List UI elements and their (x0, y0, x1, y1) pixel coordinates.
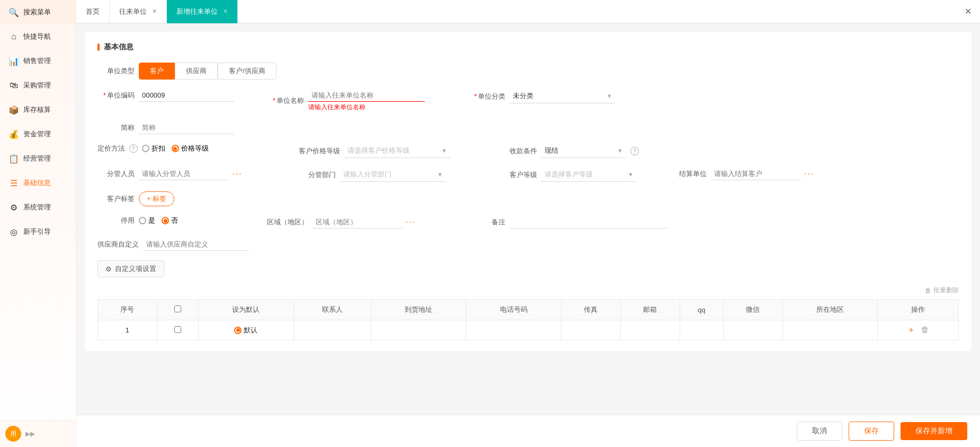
tab-partners-close[interactable]: ✕ (152, 8, 157, 15)
abbreviation-row: 简称 (97, 121, 959, 134)
unit-category-value: 未分类 (513, 91, 533, 101)
customer-price-select[interactable]: 请选择客户价格等级 ▼ (344, 144, 450, 158)
td-checkbox (157, 320, 198, 340)
manager-input[interactable] (139, 168, 229, 180)
disabled-yes-radio[interactable]: 是 (139, 216, 155, 225)
tab-home[interactable]: 首页 (76, 0, 110, 23)
payment-help-icon[interactable]: ? (630, 147, 639, 155)
type-btn-supplier[interactable]: 供应商 (175, 63, 218, 80)
level-label: 价格等级 (181, 144, 209, 153)
sidebar-item-sales[interactable]: 📊 销售管理 (0, 49, 76, 73)
price-level-chevron-icon: ▼ (441, 147, 447, 154)
sidebar-item-quick-nav[interactable]: ⌂ 快捷导航 (0, 24, 76, 49)
pricing-group: 定价方法 ? 折扣 价格等级 (97, 144, 299, 153)
disabled-yes-circle (139, 217, 146, 224)
disabled-no-radio[interactable]: 否 (162, 216, 178, 225)
disabled-no-circle (162, 217, 169, 224)
custom-settings-label: 自定义项设置 (115, 264, 156, 274)
td-phone (466, 320, 562, 340)
unit-code-input[interactable] (139, 89, 234, 102)
abbreviation-input[interactable] (139, 121, 234, 134)
abbreviation-label: 简称 (97, 123, 135, 133)
payment-terms-select[interactable]: 现结 ▼ (541, 144, 626, 158)
save-button[interactable]: 保存 (849, 422, 894, 441)
form-footer: 取消 保存 保存并新增 (76, 415, 980, 447)
unit-type-buttons: 客户 供应商 客户/供应商 (139, 63, 277, 80)
region-input[interactable] (313, 216, 403, 229)
manager-dots-button[interactable]: ··· (232, 169, 242, 179)
remark-input[interactable] (510, 216, 669, 229)
sidebar-expand-icon: ▶▶ (25, 430, 35, 437)
region-input-group: ··· (313, 216, 416, 229)
td-action: ＋ 🗑 (878, 320, 959, 340)
delete-row-button[interactable]: 🗑 (921, 325, 929, 334)
manager-input-group: ··· (139, 168, 242, 180)
customer-tag-row: 客户标签 + 标签 (97, 191, 959, 206)
unit-name-group: *单位名称 请输入往来单位名称 (267, 89, 468, 112)
unit-category-select[interactable]: 未分类 ▼ (510, 89, 616, 103)
sidebar-label-guide: 新手引导 (23, 227, 51, 236)
tab-new-partner[interactable]: 新增往来单位 ✕ (167, 0, 238, 23)
supplier-custom-input[interactable] (143, 238, 249, 251)
region-dots-button[interactable]: ··· (406, 217, 416, 227)
add-tag-button[interactable]: + 标签 (139, 191, 174, 206)
tab-new-partner-close[interactable]: ✕ (223, 8, 228, 15)
pricing-level-radio[interactable]: 价格等级 (172, 144, 209, 153)
customer-level-label: 客户等级 (500, 170, 537, 180)
sidebar-item-operation[interactable]: 📋 经营管理 (0, 146, 76, 171)
select-all-checkbox[interactable] (174, 305, 181, 312)
customer-level-select[interactable]: 请选择客户等级 ▼ (541, 168, 637, 182)
pricing-discount-radio[interactable]: 折扣 (142, 144, 165, 153)
manager-label: 分管人员 (97, 169, 135, 179)
add-row-button[interactable]: ＋ (907, 325, 915, 334)
pricing-help-icon[interactable]: ? (129, 144, 138, 153)
sidebar-item-inventory[interactable]: 📦 库存核算 (0, 98, 76, 122)
sidebar-label-finance: 资金管理 (23, 129, 51, 139)
pricing-row: 定价方法 ? 折扣 价格等级 (97, 144, 959, 158)
supplier-custom-row: 供应商自定义 (97, 238, 959, 251)
default-radio[interactable]: 默认 (203, 326, 289, 335)
category-chevron-icon: ▼ (607, 93, 612, 99)
settlement-input-group: ··· (711, 168, 814, 180)
unit-code-group: *单位编码 (97, 89, 267, 102)
sidebar-item-purchase[interactable]: 🛍 采购管理 (0, 73, 76, 98)
window-close-button[interactable]: ✕ (956, 6, 980, 16)
table-row: 1 默认 (98, 320, 959, 340)
settlement-input[interactable] (711, 168, 801, 180)
sidebar-item-basic[interactable]: ☰ 基础信息 (0, 171, 76, 195)
cancel-button[interactable]: 取消 (797, 422, 842, 441)
sidebar-item-guide[interactable]: ◎ 新手引导 (0, 220, 76, 244)
tab-bar: 首页 往来单位 ✕ 新增往来单位 ✕ ✕ (76, 0, 980, 23)
th-contact: 联系人 (293, 300, 371, 320)
sidebar: 🔍 搜索菜单 ⌂ 快捷导航 📊 销售管理 🛍 采购管理 📦 库存核算 💰 资金管… (0, 0, 76, 447)
settlement-dots-button[interactable]: ··· (804, 169, 814, 179)
save-new-button[interactable]: 保存并新增 (901, 422, 967, 440)
discount-radio-circle (142, 145, 149, 152)
disabled-no-dot (164, 219, 167, 223)
row-checkbox[interactable] (174, 326, 181, 333)
type-btn-both[interactable]: 客户/供应商 (218, 63, 277, 80)
remark-label: 备注 (468, 217, 505, 227)
sidebar-bottom: 用 ▶▶ (0, 420, 76, 447)
sales-icon: 📊 (8, 56, 19, 66)
unit-name-input[interactable] (308, 89, 425, 102)
sidebar-item-search[interactable]: 🔍 搜索菜单 (0, 0, 76, 24)
type-btn-customer[interactable]: 客户 (139, 63, 175, 80)
code-name-category-row: *单位编码 *单位名称 请输入往来单位名称 (97, 89, 959, 112)
sidebar-label-system: 系统管理 (23, 203, 51, 212)
sidebar-item-system[interactable]: ⚙ 系统管理 (0, 195, 76, 220)
section-title-icon (97, 43, 100, 51)
department-label: 分管部门 (299, 170, 336, 180)
tab-partners[interactable]: 往来单位 ✕ (110, 0, 167, 23)
department-select[interactable]: 请输入分管部门 ▼ (340, 168, 446, 182)
region-group: 区域（地区） ··· (267, 216, 468, 229)
th-seq: 序号 (98, 300, 157, 320)
td-contact (293, 320, 371, 340)
sidebar-item-finance[interactable]: 💰 资金管理 (0, 122, 76, 146)
form-content: 基本信息 单位类型 客户 供应商 客户/供应商 *单位编码 (76, 23, 980, 415)
customer-level-chevron-icon: ▼ (628, 171, 634, 178)
batch-delete-button[interactable]: 🗑 批量删除 (925, 286, 959, 295)
main-area: 首页 往来单位 ✕ 新增往来单位 ✕ ✕ 基本信息 单位类型 客户 (76, 0, 980, 447)
custom-settings-button[interactable]: ⚙ 自定义项设置 (97, 260, 164, 277)
th-wechat: 微信 (723, 300, 782, 320)
